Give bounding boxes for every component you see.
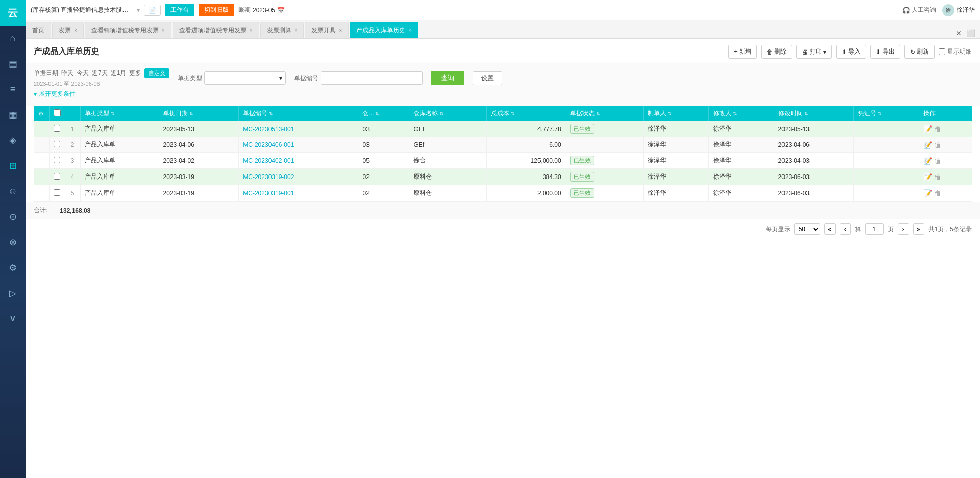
workbench-btn[interactable]: 工作台 (165, 4, 194, 16)
sidebar-item-lock[interactable]: ⊗ (0, 230, 26, 255)
switch-btn[interactable]: 切到旧版 (199, 4, 234, 16)
row-number-link-3[interactable]: MC-20230319-002 (243, 173, 294, 181)
row-number-link-1[interactable]: MC-20230406-001 (243, 141, 294, 148)
date-yesterday[interactable]: 昨天 (61, 69, 74, 78)
sidebar-item-media[interactable]: ▷ (0, 281, 26, 306)
first-page-btn[interactable]: « (824, 223, 836, 235)
th-creator[interactable]: 制单人 ⇅ (643, 106, 708, 121)
row-check-2[interactable] (54, 157, 60, 163)
current-page-input[interactable] (865, 223, 884, 235)
query-btn[interactable]: 查询 (431, 71, 464, 85)
tab-home[interactable]: 首页 (26, 22, 51, 38)
print-btn[interactable]: 🖨 打印 (796, 45, 832, 59)
row-check-4[interactable] (54, 189, 60, 196)
row-ops-0: 📝 🗑 (919, 121, 972, 137)
date-today[interactable]: 今天 (77, 69, 89, 78)
sidebar-item-settings2[interactable]: ⚙ (0, 255, 26, 281)
tab-purchase-vat-label: 查看进项增值税专用发票 (179, 26, 247, 35)
sidebar-item-settings1[interactable]: ◈ (0, 128, 26, 153)
number-input[interactable] (321, 71, 423, 85)
app-logo[interactable]: 云 (0, 0, 26, 26)
company-dropdown-icon[interactable]: ▾ (137, 7, 140, 14)
th-number[interactable]: 单据编号 ⇅ (239, 106, 358, 121)
type-select[interactable] (204, 71, 286, 85)
th-date[interactable]: 单据日期 ⇅ (159, 106, 239, 121)
row-delete-btn-0[interactable]: 🗑 (934, 125, 941, 133)
tab-expand[interactable]: ⬜ (966, 28, 976, 38)
row-delete-btn-4[interactable]: 🗑 (934, 189, 941, 197)
row-check-3[interactable] (54, 173, 60, 180)
tab-invoice-issue[interactable]: 发票开具 × (305, 22, 349, 38)
doc-btn[interactable]: 📄 (144, 5, 161, 16)
row-delete-btn-2[interactable]: 🗑 (934, 157, 941, 165)
tab-invoice-calc-close[interactable]: × (295, 28, 298, 33)
sidebar-item-report[interactable]: ≡ (0, 77, 26, 102)
select-all-checkbox[interactable] (54, 109, 61, 116)
next-page-btn[interactable]: › (898, 223, 909, 235)
calendar-icon[interactable]: 📅 (277, 7, 285, 14)
row-number-0: MC-20230513-001 (239, 121, 358, 137)
row-check-0[interactable] (54, 125, 60, 132)
row-edit-btn-3[interactable]: 📝 (923, 173, 932, 181)
new-btn[interactable]: + 新增 (728, 45, 757, 59)
tab-sales-vat-close[interactable]: × (162, 28, 165, 33)
sidebar-item-tool[interactable]: ⊙ (0, 204, 26, 230)
row-edit-btn-2[interactable]: 📝 (923, 157, 932, 165)
prev-page-btn[interactable]: ‹ (840, 223, 851, 235)
row-number-link-2[interactable]: MC-20230402-001 (243, 157, 294, 164)
tab-purchase-vat-close[interactable]: × (250, 28, 253, 33)
delete-btn[interactable]: 🗑 删除 (761, 45, 792, 59)
refresh-btn[interactable]: ↻ 刷新 (904, 45, 935, 59)
last-page-btn[interactable]: » (913, 223, 924, 235)
row-check-1[interactable] (54, 141, 60, 147)
row-delete-btn-3[interactable]: 🗑 (934, 173, 941, 181)
tab-home-label: 首页 (32, 26, 44, 35)
export-btn[interactable]: ⬇ 导出 (870, 45, 900, 59)
row-delete-btn-1[interactable]: 🗑 (934, 141, 941, 149)
sidebar-item-user[interactable]: ☺ (0, 179, 26, 204)
tab-close-all[interactable]: ✕ (953, 28, 964, 38)
tab-sales-vat[interactable]: 查看销项增值税专用发票 × (85, 22, 172, 38)
row-number-link-0[interactable]: MC-20230513-001 (243, 125, 294, 133)
row-edit-btn-0[interactable]: 📝 (923, 125, 932, 133)
expand-more[interactable]: ▾ 展开更多条件 (34, 88, 972, 100)
th-status[interactable]: 单据状态 ⇅ (566, 106, 643, 121)
th-settings[interactable]: ⚙ (34, 106, 49, 121)
date-7days[interactable]: 近7天 (92, 69, 108, 78)
date-1month[interactable]: 近1月 (111, 69, 127, 78)
tab-invoice-close[interactable]: × (74, 28, 77, 33)
import-btn[interactable]: ⬆ 导入 (836, 45, 866, 59)
sidebar-item-chart[interactable]: ▦ (0, 102, 26, 128)
tab-invoice-issue-close[interactable]: × (339, 28, 342, 33)
display-detail-checkbox[interactable] (939, 48, 945, 55)
sidebar-item-inventory[interactable]: ⊞ (0, 153, 26, 179)
set-btn[interactable]: 设置 (473, 71, 502, 85)
sidebar-item-org[interactable]: ▤ (0, 51, 26, 77)
user-info[interactable]: 徐 徐泽华 (942, 4, 975, 16)
per-page-select[interactable]: 50 100 200 (794, 223, 820, 235)
th-warehouse-name[interactable]: 仓库名称 ⇅ (409, 106, 487, 121)
row-mtime-4: 2023-06-03 (774, 185, 854, 202)
tab-purchase-vat[interactable]: 查看进项增值税专用发票 × (173, 22, 259, 38)
sidebar-item-version[interactable]: V (0, 306, 26, 332)
tab-product-warehouse-close[interactable]: × (408, 28, 411, 33)
th-modifier[interactable]: 修改人 ⇅ (708, 106, 774, 121)
print-dropdown-icon[interactable] (823, 48, 826, 56)
row-edit-btn-1[interactable]: 📝 (923, 141, 932, 149)
sidebar-item-home[interactable]: ⌂ (0, 26, 26, 51)
row-type-1: 产品入库单 (80, 137, 159, 153)
tab-product-warehouse[interactable]: 产成品入库单历史 × (350, 22, 418, 38)
th-modify-time[interactable]: 修改时间 ⇅ (774, 106, 854, 121)
tab-invoice[interactable]: 发票 × (52, 22, 84, 38)
tab-invoice-calc[interactable]: 发票测算 × (260, 22, 304, 38)
date-custom-btn[interactable]: 自定义 (144, 68, 169, 78)
th-voucher[interactable]: 凭证号 ⇅ (854, 106, 919, 121)
date-more[interactable]: 更多 (129, 69, 141, 78)
per-page-label: 每页显示 (766, 225, 790, 234)
th-warehouse-code[interactable]: 仓... ⇅ (358, 106, 409, 121)
row-number-link-4[interactable]: MC-20230319-001 (243, 190, 294, 197)
help-btn[interactable]: 🎧 人工咨询 (902, 6, 936, 14)
th-type[interactable]: 单据类型 ⇅ (80, 106, 159, 121)
th-total-cost[interactable]: 总成本 ⇅ (487, 106, 566, 121)
row-edit-btn-4[interactable]: 📝 (923, 189, 932, 197)
